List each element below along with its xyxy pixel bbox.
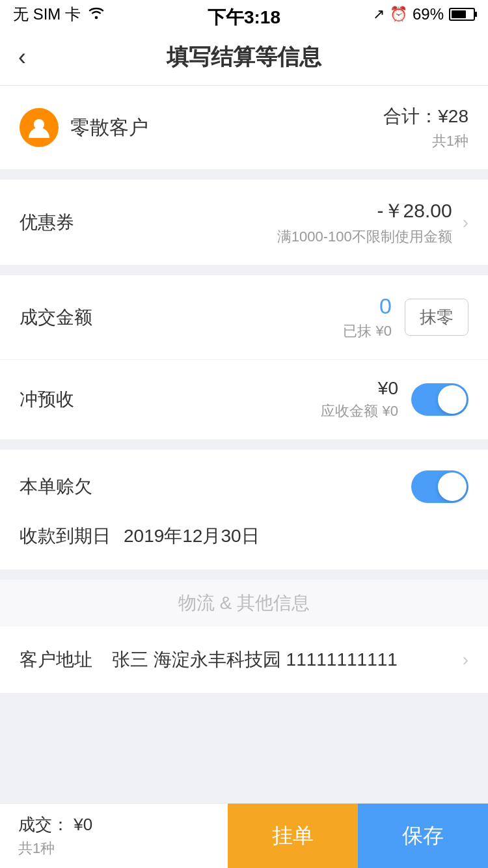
total-count: 共1种 [383, 131, 468, 151]
bottom-count: 共1种 [18, 839, 210, 858]
address-value: 张三 海淀永丰科技园 11111111111 [112, 647, 463, 672]
chevron-right-icon: › [463, 212, 468, 233]
pre-sub: 应收金额 ¥0 [321, 401, 398, 421]
transaction-section: 成交金额 0 已抹 ¥0 抹零 冲预收 ¥0 应收金额 ¥0 [0, 275, 488, 439]
pre-receive-toggle[interactable] [411, 383, 468, 416]
transaction-right: 0 已抹 ¥0 抹零 [343, 293, 468, 341]
customer-name: 零散客户 [70, 115, 148, 141]
address-label: 客户地址 [20, 647, 92, 672]
arrears-label: 本单赊欠 [20, 474, 92, 499]
page-title: 填写结算等信息 [167, 42, 321, 72]
coupon-card[interactable]: 优惠券 -￥28.00 满1000-100不限制使用金额 › [0, 180, 488, 265]
customer-total: 合计：¥28 共1种 [383, 104, 468, 151]
nav-bar: ‹ 填写结算等信息 [0, 29, 488, 86]
arrears-row: 本单赊欠 [0, 450, 488, 524]
due-date-row: 收款到期日 2019年12月30日 [0, 524, 488, 569]
toggle-knob-arrears [438, 472, 467, 501]
carrier-text: 无 SIM 卡 [13, 4, 81, 25]
avatar [20, 108, 59, 147]
logistics-label: 物流 & 其他信息 [178, 591, 310, 616]
location-icon: ↗ [373, 6, 385, 23]
coupon-row[interactable]: 优惠券 -￥28.00 满1000-100不限制使用金额 › [0, 180, 488, 265]
status-right: ↗ ⏰ 69% [373, 5, 475, 23]
logistics-section: 物流 & 其他信息 [0, 580, 488, 627]
back-button[interactable]: ‹ [18, 44, 26, 71]
coupon-value: -￥28.00 满1000-100不限制使用金额 [277, 198, 452, 247]
pre-receive-right: ¥0 应收金额 ¥0 [321, 378, 468, 421]
due-date-value[interactable]: 2019年12月30日 [124, 524, 260, 549]
arrears-section: 本单赊欠 收款到期日 2019年12月30日 [0, 450, 488, 569]
discount-desc: 满1000-100不限制使用金额 [277, 227, 452, 247]
content: 零散客户 合计：¥28 共1种 优惠券 -￥28.00 满1000-100不限制… [0, 86, 488, 823]
deal-label: 成交： [18, 815, 69, 834]
bottom-bar: 成交： ¥0 共1种 挂单 保存 [0, 803, 488, 868]
customer-left: 零散客户 [20, 108, 148, 147]
pre-receive-values: ¥0 应收金额 ¥0 [321, 378, 398, 421]
wifi-icon [87, 5, 105, 23]
coupon-label: 优惠券 [20, 210, 74, 235]
pre-receive-label: 冲预收 [20, 387, 74, 412]
transaction-row: 成交金额 0 已抹 ¥0 抹零 [0, 275, 488, 360]
alarm-icon: ⏰ [390, 6, 407, 23]
hold-button[interactable]: 挂单 [228, 804, 358, 868]
battery-icon [449, 8, 475, 21]
save-button[interactable]: 保存 [358, 804, 488, 868]
status-bar: 无 SIM 卡 下午3:18 ↗ ⏰ 69% [0, 0, 488, 29]
customer-card: 零散客户 合计：¥28 共1种 [0, 86, 488, 169]
status-left: 无 SIM 卡 [13, 4, 105, 25]
address-chevron-icon: › [463, 649, 468, 670]
pre-value: ¥0 [321, 378, 398, 399]
total-amount: 合计：¥28 [383, 104, 468, 129]
transaction-sub: 已抹 ¥0 [343, 321, 392, 341]
toggle-knob [438, 385, 467, 414]
address-section[interactable]: 客户地址 张三 海淀永丰科技园 11111111111 › [0, 627, 488, 693]
address-row[interactable]: 客户地址 张三 海淀永丰科技园 11111111111 › [0, 627, 488, 693]
bottom-deal: 成交： ¥0 [18, 813, 210, 836]
due-date-label: 收款到期日 [20, 524, 111, 549]
transaction-value[interactable]: 0 [343, 293, 392, 319]
deal-value: ¥0 [74, 815, 92, 834]
round-zero-button[interactable]: 抹零 [405, 299, 468, 336]
status-time: 下午3:18 [208, 5, 280, 30]
discount-amount: -￥28.00 [277, 198, 452, 224]
arrears-toggle[interactable] [411, 470, 468, 503]
pre-receive-row: 冲预收 ¥0 应收金额 ¥0 [0, 360, 488, 439]
battery-percent: 69% [413, 5, 444, 23]
hold-button-label: 挂单 [272, 822, 314, 850]
bottom-info: 成交： ¥0 共1种 [0, 804, 228, 868]
transaction-label: 成交金额 [20, 305, 92, 330]
save-button-label: 保存 [402, 822, 444, 850]
coupon-right: -￥28.00 满1000-100不限制使用金额 › [277, 198, 468, 247]
